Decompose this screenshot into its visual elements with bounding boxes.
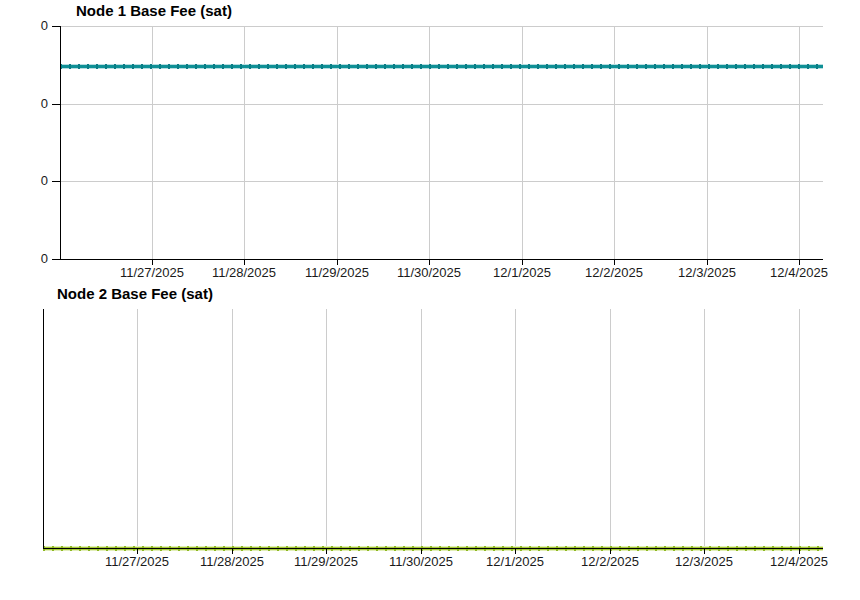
node1-plot-area xyxy=(60,26,823,259)
v-gridline xyxy=(337,26,338,259)
v-gridline xyxy=(515,309,516,548)
node2-chart-title: Node 2 Base Fee (sat) xyxy=(57,285,213,302)
x-tick-label: 11/30/2025 xyxy=(384,265,474,280)
x-axis-line xyxy=(43,548,823,549)
node2-plot-area xyxy=(43,309,823,548)
x-tick-label: 11/29/2025 xyxy=(281,554,371,569)
v-gridline xyxy=(429,26,430,259)
x-tick-label: 12/3/2025 xyxy=(659,554,749,569)
x-tick-label: 12/1/2025 xyxy=(470,554,560,569)
v-gridline xyxy=(137,309,138,548)
x-tick-label: 11/28/2025 xyxy=(199,265,289,280)
y-tick-label: 0 xyxy=(18,173,48,188)
x-tick-label: 11/29/2025 xyxy=(292,265,382,280)
y-axis-line xyxy=(43,309,44,548)
y-tick-mark xyxy=(52,104,60,105)
node1-chart-title: Node 1 Base Fee (sat) xyxy=(76,2,232,19)
x-tick-label: 12/3/2025 xyxy=(662,265,752,280)
v-gridline xyxy=(152,26,153,259)
v-gridline xyxy=(704,309,705,548)
x-tick-label: 11/27/2025 xyxy=(92,554,182,569)
y-tick-mark xyxy=(52,181,60,182)
v-gridline xyxy=(799,309,800,548)
v-gridline xyxy=(610,309,611,548)
y-axis-line xyxy=(60,26,61,259)
x-tick-label: 12/1/2025 xyxy=(477,265,567,280)
y-tick-mark xyxy=(52,26,60,27)
v-gridline xyxy=(421,309,422,548)
v-gridline xyxy=(326,309,327,548)
x-tick-label: 11/27/2025 xyxy=(107,265,197,280)
v-gridline xyxy=(707,26,708,259)
x-tick-label: 11/30/2025 xyxy=(376,554,466,569)
x-tick-label: 12/4/2025 xyxy=(754,265,844,280)
x-axis-line xyxy=(60,259,823,260)
x-tick-label: 12/2/2025 xyxy=(565,554,655,569)
x-tick-label: 11/28/2025 xyxy=(187,554,277,569)
h-gridline xyxy=(60,181,823,182)
node1-base-fee-series-line xyxy=(60,64,823,69)
x-tick-label: 12/2/2025 xyxy=(569,265,659,280)
h-gridline xyxy=(60,104,823,105)
y-tick-label: 0 xyxy=(18,96,48,111)
v-gridline xyxy=(244,26,245,259)
y-tick-mark xyxy=(52,259,60,260)
v-gridline xyxy=(232,309,233,548)
y-tick-label: 0 xyxy=(18,251,48,266)
v-gridline xyxy=(522,26,523,259)
h-gridline xyxy=(60,26,823,27)
y-tick-label: 0 xyxy=(18,18,48,33)
chart-canvas: Node 1 Base Fee (sat) 11/27/202511/28/20… xyxy=(0,0,860,600)
v-gridline xyxy=(614,26,615,259)
x-tick-label: 12/4/2025 xyxy=(754,554,844,569)
v-gridline xyxy=(799,26,800,259)
